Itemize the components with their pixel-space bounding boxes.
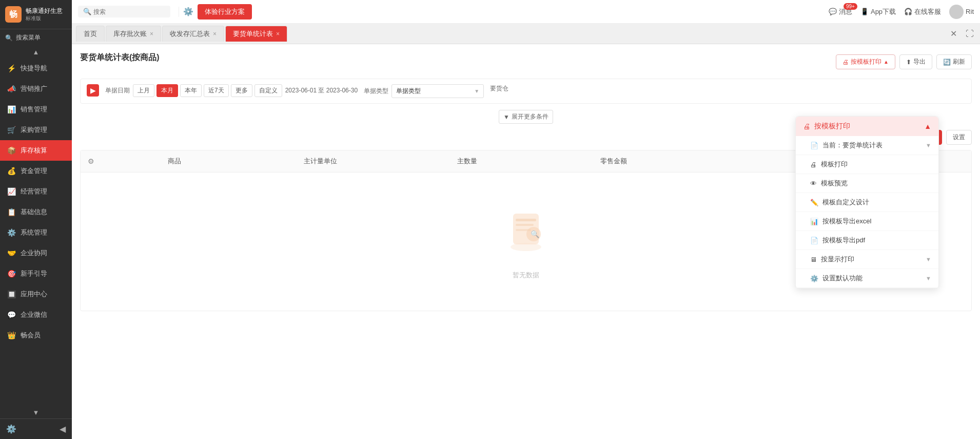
guide-icon: 🎯 — [6, 269, 16, 279]
system-icon: ⚙️ — [6, 227, 16, 238]
set-default-left: ⚙️ 设置默认功能 — [810, 274, 863, 283]
refresh-icon: 🔄 — [943, 59, 951, 66]
filter-expand-button[interactable]: ▶ — [87, 84, 99, 97]
collapse-icon[interactable]: ◀ — [60, 424, 66, 434]
tab-expand-icon[interactable]: ⛶ — [964, 28, 976, 40]
settings-button[interactable]: 设置 — [946, 130, 972, 145]
type-select[interactable]: 单据类型 ▼ — [391, 84, 484, 98]
sidebar-item-basic[interactable]: 📋 基础信息 — [0, 202, 72, 222]
sidebar-item-quick-nav[interactable]: ⚡ 快捷导航 — [0, 58, 72, 79]
app-download-item[interactable]: 📱 App下载 — [860, 7, 896, 16]
type-filter-label: 单据类型 — [364, 87, 388, 96]
sidebar-item-app-center[interactable]: 🔲 应用中心 — [0, 284, 72, 304]
expand-more-button[interactable]: ▼ 展开更多条件 — [499, 110, 553, 124]
sidebar-item-inventory[interactable]: 📦 库存核算 — [0, 140, 72, 161]
display-print-label: 按显示打印 — [821, 255, 854, 264]
sidebar-item-enterprise[interactable]: 🤝 企业协同 — [0, 243, 72, 263]
topbar-divider — [179, 7, 179, 17]
page-title: 要货单统计表(按商品) — [80, 52, 160, 63]
message-item[interactable]: 💬 消息 99+ — [829, 7, 852, 16]
topbar: 🔍 ⚙️ 体验行业方案 💬 消息 99+ 📱 App下载 🎧 在线客服 Rit — [72, 0, 980, 24]
wechat-icon: 💬 — [6, 310, 16, 320]
enterprise-icon: 🤝 — [6, 248, 16, 258]
search-input[interactable] — [93, 8, 165, 15]
print-template-design-item[interactable]: ✏️ 模板自定义设计 — [796, 193, 938, 212]
goods-filter-section: 要货仓 — [490, 84, 508, 93]
sidebar-item-sales[interactable]: 📊 销售管理 — [0, 99, 72, 120]
topbar-gear-icon[interactable]: ⚙️ — [183, 7, 193, 16]
print-dropdown-collapse-icon[interactable]: ▲ — [924, 122, 931, 130]
this-month-btn[interactable]: 本月 — [156, 84, 178, 97]
svg-rect-3 — [516, 224, 534, 226]
trial-button[interactable]: 体验行业方案 — [198, 4, 252, 20]
tab-inventory-batch[interactable]: 库存批次账 × — [106, 26, 161, 42]
sidebar-scroll-down[interactable]: ▼ — [0, 407, 72, 418]
tab-order-stats[interactable]: 要货单统计表 × — [225, 26, 287, 42]
sidebar-logo: 畅 畅康通好生意 标准版 — [0, 0, 72, 29]
print-template-print-item[interactable]: 🖨 模板打印 — [796, 155, 938, 174]
print-template-label: 按模板打印 — [851, 58, 881, 66]
sidebar-scroll-up[interactable]: ▲ — [0, 46, 72, 58]
tab-home[interactable]: 首页 — [76, 26, 105, 42]
sidebar-item-member[interactable]: 👑 畅会员 — [0, 325, 72, 346]
online-service-item[interactable]: 🎧 在线客服 — [904, 7, 941, 16]
settings-icon[interactable]: ⚙️ — [6, 424, 16, 434]
sidebar-item-operation[interactable]: 📈 经营管理 — [0, 181, 72, 202]
sales-icon: 📊 — [6, 104, 16, 114]
print-template-preview-item[interactable]: 👁 模板预览 — [796, 174, 938, 193]
sidebar-item-purchase[interactable]: 🛒 采购管理 — [0, 120, 72, 140]
col-quantity: 主数量 — [394, 155, 540, 168]
last-month-btn[interactable]: 上月 — [133, 84, 154, 97]
print-template-button[interactable]: 🖨 按模板打印 ▲ — [836, 54, 895, 69]
sidebar-item-guide[interactable]: 🎯 新手引导 — [0, 263, 72, 284]
refresh-button[interactable]: 🔄 刷新 — [936, 54, 972, 69]
print-dropdown-header[interactable]: 🖨 按模板打印 ▲ — [796, 117, 938, 136]
goods-filter-label: 要货仓 — [490, 84, 508, 93]
table-settings-col[interactable]: ⚙ — [81, 155, 101, 167]
sidebar-search[interactable]: 🔍 搜索菜单 — [0, 29, 72, 46]
date-filter-section: 单据日期 上月 本月 本年 近7天 更多 自定义 2023-06-01 至 20… — [105, 84, 358, 97]
svg-text:🔍: 🔍 — [531, 230, 540, 239]
export-button[interactable]: ⬆ 导出 — [899, 54, 932, 69]
svg-rect-2 — [516, 219, 536, 221]
table-gear-icon[interactable]: ⚙ — [88, 157, 94, 165]
print-export-excel-item[interactable]: 📊 按模板导出excel — [796, 212, 938, 231]
sidebar-item-wechat[interactable]: 💬 企业微信 — [0, 304, 72, 325]
tab-order-stats-close[interactable]: × — [276, 30, 280, 37]
topbar-search-box[interactable]: 🔍 — [78, 6, 170, 17]
print-export-pdf-item[interactable]: 📄 按模板导出pdf — [796, 231, 938, 250]
download-icon: 📱 — [860, 8, 869, 15]
print-display-print-item[interactable]: 🖥 按显示打印 ▼ — [796, 250, 938, 269]
print-set-default-item[interactable]: ⚙️ 设置默认功能 ▼ — [796, 269, 938, 288]
this-year-btn[interactable]: 本年 — [180, 84, 202, 97]
sidebar-item-marketing[interactable]: 📣 营销推广 — [0, 79, 72, 99]
user-avatar-area[interactable]: Rit — [949, 5, 974, 19]
export-excel-icon: 📊 — [810, 218, 818, 225]
template-design-label: 模板自定义设计 — [822, 198, 869, 207]
sidebar-item-label: 销售管理 — [21, 105, 47, 114]
marketing-icon: 📣 — [6, 84, 16, 94]
tab-inventory-batch-label: 库存批次账 — [113, 29, 147, 39]
tab-close-all-icon[interactable]: ✕ — [947, 28, 959, 40]
last-7days-btn[interactable]: 近7天 — [204, 84, 229, 97]
sidebar-item-label: 畅会员 — [21, 331, 41, 340]
sidebar-item-label: 资金管理 — [21, 166, 47, 176]
sidebar-item-system[interactable]: ⚙️ 系统管理 — [0, 222, 72, 243]
sidebar-item-finance[interactable]: 💰 资金管理 — [0, 161, 72, 181]
tab-receipt-summary-close[interactable]: × — [213, 30, 217, 37]
print-current-template[interactable]: 📄 当前：要货单统计表 ▼ — [796, 136, 938, 155]
custom-date-btn[interactable]: 自定义 — [254, 84, 282, 97]
tab-receipt-summary[interactable]: 收发存汇总表 × — [162, 26, 224, 42]
online-service-label: 在线客服 — [914, 7, 941, 16]
sidebar-item-label: 企业微信 — [21, 310, 47, 319]
sidebar: 畅 畅康通好生意 标准版 🔍 搜索菜单 ▲ ⚡ 快捷导航 📣 营销推广 📊 销售… — [0, 0, 72, 439]
print-dropdown-title: 按模板打印 — [814, 122, 850, 131]
print-chevron-icon: ▲ — [884, 59, 889, 65]
user-name: Rit — [966, 8, 974, 15]
print-header-icon: 🖨 — [803, 122, 810, 130]
tab-inventory-batch-close[interactable]: × — [150, 30, 153, 37]
app-center-icon: 🔲 — [6, 289, 16, 299]
date-filter-label: 单据日期 — [105, 86, 130, 95]
export-icon: ⬆ — [906, 59, 911, 66]
more-date-btn[interactable]: 更多 — [231, 84, 252, 97]
